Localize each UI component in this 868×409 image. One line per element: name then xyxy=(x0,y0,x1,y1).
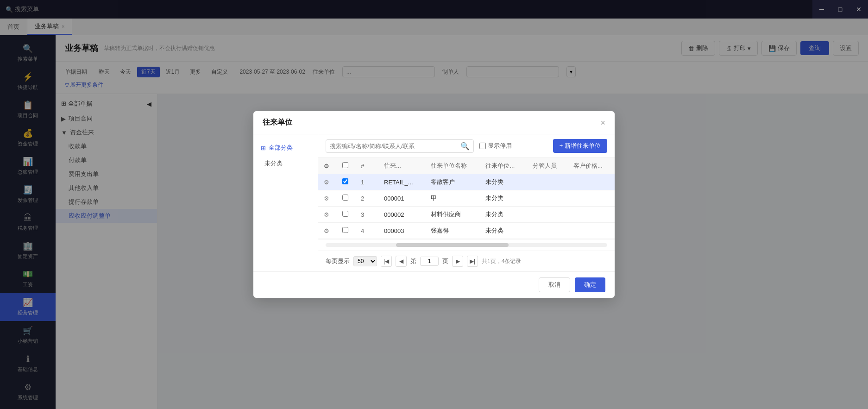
prev-page-btn[interactable]: ◀ xyxy=(396,256,407,267)
dialog-close-button[interactable]: × xyxy=(600,119,605,127)
dialog-main: 🔍 显示停用 + 新增往来单位 ⚙ xyxy=(318,134,615,271)
col-salesperson-header: 分管人员 xyxy=(527,158,568,174)
table-row[interactable]: ⚙ 1 RETAIL_... 零散客户 未分类 xyxy=(318,174,615,190)
grid-icon: ⊞ xyxy=(261,145,266,151)
row-checkbox[interactable] xyxy=(342,211,348,217)
row-category: 未分类 xyxy=(480,207,527,223)
row-settings[interactable]: ⚙ xyxy=(318,174,337,190)
uncategorized-label: 未分类 xyxy=(264,159,283,168)
close-button[interactable]: ✕ xyxy=(849,0,868,19)
add-partner-button[interactable]: + 新增往来单位 xyxy=(553,139,607,153)
row-number: 2 xyxy=(355,190,378,207)
row-category: 未分类 xyxy=(480,190,527,207)
show-disabled-label[interactable]: 显示停用 xyxy=(479,142,512,150)
maximize-button[interactable]: □ xyxy=(831,0,849,19)
row-checkbox[interactable] xyxy=(342,227,348,233)
row-name: 零散客户 xyxy=(425,174,480,190)
row-checkbox-cell[interactable] xyxy=(337,223,355,239)
row-settings[interactable]: ⚙ xyxy=(318,223,337,239)
select-all-checkbox[interactable] xyxy=(342,162,348,168)
dialog-sidebar-all-categories[interactable]: ⊞ 全部分类 xyxy=(253,140,318,156)
partner-table: ⚙ # 往来... 往来单位名称 往来单位... 分管人员 客户价格... xyxy=(318,158,615,239)
col-category-header: 往来单位... xyxy=(480,158,527,174)
search-box: 🔍 xyxy=(326,139,474,153)
row-category: 未分类 xyxy=(480,174,527,190)
page-word: 第 xyxy=(410,257,416,265)
table-header-row: ⚙ # 往来... 往来单位名称 往来单位... 分管人员 客户价格... xyxy=(318,158,615,174)
minimize-button[interactable]: ─ xyxy=(812,0,831,19)
row-code: RETAIL_... xyxy=(378,174,425,190)
row-salesperson xyxy=(527,223,568,239)
row-checkbox[interactable] xyxy=(342,178,348,184)
page-size-select[interactable]: 50 100 xyxy=(353,256,377,266)
dialog-overlay: 往来单位 × ⊞ 全部分类 未分类 🔍 xyxy=(0,0,868,409)
col-num-header: # xyxy=(355,158,378,174)
confirm-button[interactable]: 确定 xyxy=(575,277,605,292)
show-disabled-text: 显示停用 xyxy=(488,142,512,150)
table-row[interactable]: ⚙ 4 000003 张嘉得 未分类 xyxy=(318,223,615,239)
row-salesperson xyxy=(527,190,568,207)
cancel-button[interactable]: 取消 xyxy=(539,277,570,292)
dialog-pagination: 每页显示 50 100 |◀ ◀ 第 页 ▶ ▶| 共1页，4条记录 xyxy=(318,251,615,271)
maximize-icon: □ xyxy=(838,6,842,13)
row-checkbox[interactable] xyxy=(342,195,348,201)
search-icon[interactable]: 🔍 xyxy=(460,142,470,151)
row-number: 1 xyxy=(355,174,378,190)
row-category: 未分类 xyxy=(480,223,527,239)
row-salesperson xyxy=(527,174,568,190)
col-checkbox-header xyxy=(337,158,355,174)
confirm-label: 确定 xyxy=(584,281,596,288)
row-settings[interactable]: ⚙ xyxy=(318,207,337,223)
data-table: ⚙ # 往来... 往来单位名称 往来单位... 分管人员 客户价格... xyxy=(318,158,615,239)
page-input[interactable] xyxy=(420,257,439,266)
col-price-header: 客户价格... xyxy=(568,158,615,174)
partner-dialog: 往来单位 × ⊞ 全部分类 未分类 🔍 xyxy=(253,111,615,298)
row-checkbox-cell[interactable] xyxy=(337,174,355,190)
show-disabled-checkbox[interactable] xyxy=(479,143,486,149)
row-price xyxy=(568,223,615,239)
first-page-btn[interactable]: |◀ xyxy=(381,256,392,267)
last-page-btn[interactable]: ▶| xyxy=(467,256,478,267)
row-price xyxy=(568,190,615,207)
table-scroll-bar xyxy=(318,239,615,251)
dialog-sidebar-uncategorized[interactable]: 未分类 xyxy=(253,156,318,171)
page-size-label: 每页显示 xyxy=(326,257,350,265)
dialog-sidebar-label: 全部分类 xyxy=(269,144,293,152)
scrollbar-thumb[interactable] xyxy=(396,243,509,247)
table-row[interactable]: ⚙ 2 000001 甲 未分类 xyxy=(318,190,615,207)
row-checkbox-cell[interactable] xyxy=(337,190,355,207)
row-code: 000001 xyxy=(378,190,425,207)
dialog-body: ⊞ 全部分类 未分类 🔍 显示停用 xyxy=(253,134,615,271)
dialog-sidebar: ⊞ 全部分类 未分类 xyxy=(253,134,318,271)
table-row[interactable]: ⚙ 3 000002 材料供应商 未分类 xyxy=(318,207,615,223)
row-price xyxy=(568,174,615,190)
page-total-info: 共1页，4条记录 xyxy=(482,258,521,265)
dialog-header: 往来单位 × xyxy=(253,111,615,134)
window-controls: ─ □ ✕ xyxy=(812,0,868,19)
row-code: 000002 xyxy=(378,207,425,223)
row-code: 000003 xyxy=(378,223,425,239)
add-partner-label: + 新增往来单位 xyxy=(560,142,601,150)
row-name: 甲 xyxy=(425,190,480,207)
dialog-toolbar: 🔍 显示停用 + 新增往来单位 xyxy=(318,134,615,158)
row-price xyxy=(568,207,615,223)
row-name: 张嘉得 xyxy=(425,223,480,239)
col-code-header: 往来... xyxy=(378,158,425,174)
cancel-label: 取消 xyxy=(548,281,560,288)
horizontal-scrollbar[interactable] xyxy=(326,243,607,247)
dialog-footer: 取消 确定 xyxy=(253,271,615,298)
dialog-title: 往来单位 xyxy=(263,118,292,127)
row-checkbox-cell[interactable] xyxy=(337,207,355,223)
row-number: 3 xyxy=(355,207,378,223)
row-salesperson xyxy=(527,207,568,223)
row-settings[interactable]: ⚙ xyxy=(318,190,337,207)
partner-search-input[interactable] xyxy=(330,143,459,150)
minimize-icon: ─ xyxy=(819,6,824,13)
row-number: 4 xyxy=(355,223,378,239)
page-label: 页 xyxy=(442,257,448,265)
col-name-header: 往来单位名称 xyxy=(425,158,480,174)
col-settings-header: ⚙ xyxy=(318,158,337,174)
row-name: 材料供应商 xyxy=(425,207,480,223)
close-icon: ✕ xyxy=(856,6,862,13)
next-page-btn[interactable]: ▶ xyxy=(452,256,463,267)
